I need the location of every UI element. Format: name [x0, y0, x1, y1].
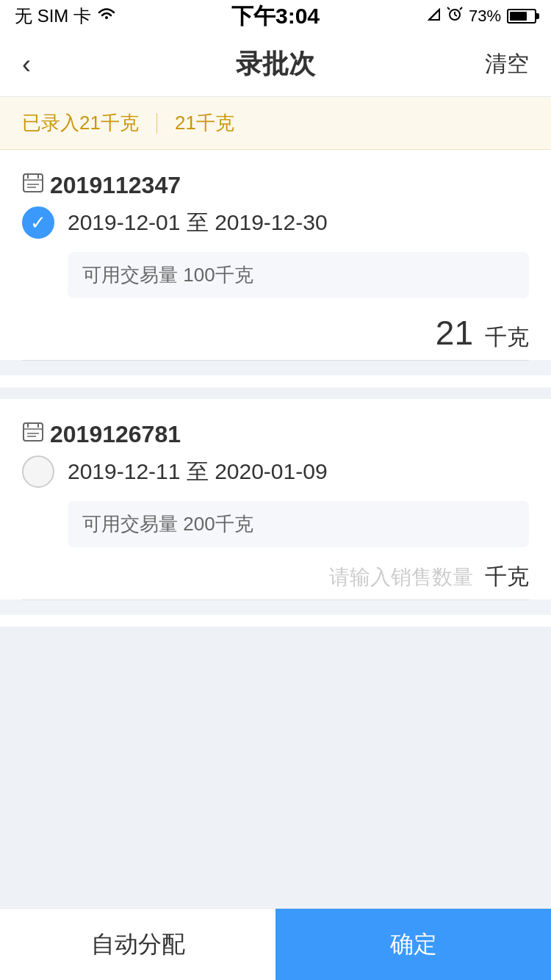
batch2-icon	[22, 422, 44, 447]
battery-icon	[507, 9, 536, 24]
batch-item-1: 2019112347 ✓ 2019-12-01 至 2019-12-30 可用交…	[0, 150, 551, 298]
svg-line-5	[447, 7, 450, 10]
batch2-input-row[interactable]: 请输入销售数量 千克	[0, 547, 551, 599]
batch2-date: 2019-12-11 至 2020-01-09	[68, 457, 328, 487]
status-right: 73%	[428, 7, 536, 26]
batch1-id: 2019112347	[50, 172, 181, 199]
batch2-date-row: ✓ 2019-12-11 至 2020-01-09	[22, 455, 529, 488]
batch2-input-placeholder: 请输入销售数量	[329, 563, 473, 591]
batch1-amount-unit: 千克	[485, 323, 529, 353]
status-left: 无 SIM 卡	[15, 4, 116, 28]
svg-rect-7	[24, 174, 43, 192]
batch1-radio[interactable]: ✓	[22, 206, 54, 239]
wifi-icon	[97, 6, 116, 26]
time-display: 下午3:04	[231, 1, 320, 32]
batch2-available: 可用交易量 200千克	[68, 501, 529, 547]
batch1-bottom-space	[0, 375, 551, 387]
svg-rect-13	[24, 423, 43, 441]
empty-area	[0, 627, 551, 906]
battery-percent: 73%	[469, 7, 501, 26]
carrier-label: 无 SIM 卡	[15, 4, 91, 28]
batch2-header: 2019126781	[22, 421, 529, 448]
batch-item-2: 2019126781 ✓ 2019-12-11 至 2020-01-09 可用交…	[0, 399, 551, 547]
batch1-amount-row: 21 千克	[0, 298, 551, 360]
batch1-amount-value: 21	[436, 313, 473, 353]
batch2-id: 2019126781	[50, 421, 181, 448]
section-separator	[0, 387, 551, 399]
batch1-underline	[22, 360, 529, 361]
recorded-label: 已录入21千克	[22, 110, 139, 136]
svg-line-6	[460, 7, 462, 10]
bottom-bar: 自动分配 确定	[0, 908, 551, 980]
alarm-icon	[447, 7, 463, 26]
clear-button[interactable]: 清空	[485, 49, 529, 79]
auto-distribute-button[interactable]: 自动分配	[0, 909, 276, 980]
batch1-header: 2019112347	[22, 172, 529, 199]
batch2-underline	[22, 599, 529, 600]
nav-bar: ‹ 录批次 清空	[0, 32, 551, 97]
location-icon	[428, 7, 441, 26]
status-bar: 无 SIM 卡 下午3:04 73%	[0, 0, 551, 32]
batch2-bottom-space	[0, 615, 551, 627]
page-title: 录批次	[236, 46, 315, 82]
batch1-available: 可用交易量 100千克	[68, 252, 529, 298]
total-label: 21千克	[175, 110, 234, 136]
back-button[interactable]: ‹	[22, 49, 31, 80]
batch2-input-unit: 千克	[485, 562, 529, 592]
batch1-date-row: ✓ 2019-12-01 至 2019-12-30	[22, 206, 529, 239]
batch1-date: 2019-12-01 至 2019-12-30	[68, 208, 328, 238]
svg-line-1	[429, 10, 439, 20]
info-banner: 已录入21千克 21千克	[0, 97, 551, 150]
batch1-check-icon: ✓	[30, 212, 46, 234]
batch2-radio[interactable]: ✓	[22, 455, 54, 488]
confirm-button[interactable]: 确定	[276, 909, 551, 980]
svg-line-4	[455, 15, 457, 16]
info-divider	[156, 113, 157, 134]
batch1-icon	[22, 173, 44, 198]
